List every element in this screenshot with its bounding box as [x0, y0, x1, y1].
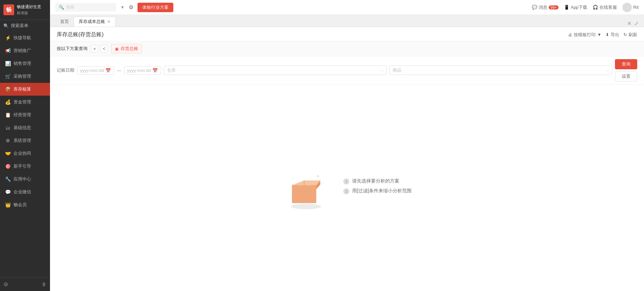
step-1-num: 1	[343, 178, 349, 185]
warehouse-more-btn[interactable]: ···	[380, 68, 384, 73]
sidebar: 畅 畅捷通好生意 标准版 🔍 搜索菜单 ⚡ 快捷导航 📢 营销推广 📊 销售管理…	[0, 0, 50, 291]
refresh-btn[interactable]: ↻ 刷新	[623, 32, 637, 38]
app-name: 畅捷通好生意	[17, 4, 41, 10]
right-action-btns: 查询 设置	[615, 59, 637, 81]
tab-panel-close-btn[interactable]: ✕	[627, 20, 631, 27]
product-more-btn[interactable]: ···	[605, 68, 609, 73]
system-icon: ⚙	[5, 138, 11, 143]
collapse-sidebar-btn[interactable]: ⏸	[41, 282, 47, 288]
svg-point-6	[317, 175, 319, 177]
tab-inventory-cost-label: 库存成本总账	[79, 19, 105, 25]
empty-illustration	[282, 164, 330, 212]
sidebar-item-marketing[interactable]: 📢 营销推广	[0, 44, 50, 57]
purchase-icon: 🛒	[5, 74, 11, 79]
sidebar-item-label: 经营管理	[14, 112, 31, 118]
empty-step-2-text: 用[过滤]条件来缩小分析范围	[352, 188, 412, 194]
empty-step-2: 2 用[过滤]条件来缩小分析范围	[343, 188, 412, 194]
sidebar-item-sales[interactable]: 📊 销售管理	[0, 57, 50, 70]
svg-marker-3	[292, 180, 320, 185]
date-separator: —	[117, 68, 121, 73]
tab-inventory-cost[interactable]: 库存成本总账 ✕	[74, 17, 116, 27]
sidebar-item-system[interactable]: ⚙ 系统管理	[0, 134, 50, 147]
phone-icon: 📱	[564, 5, 569, 10]
product-select[interactable]: 商品 ···	[390, 66, 613, 75]
settings-footer-btn[interactable]: ⚙	[3, 281, 8, 288]
search-box-placeholder: 搜索	[66, 4, 74, 10]
search-menu-label: 搜索菜单	[11, 23, 28, 29]
sidebar-item-inventory[interactable]: 📦 库存核算	[0, 83, 50, 96]
tab-home[interactable]: 首页	[55, 17, 74, 27]
sidebar-item-label: 资金管理	[14, 99, 31, 105]
sidebar-item-cooperation[interactable]: 🤝 企业协同	[0, 147, 50, 160]
sidebar-item-basic-info[interactable]: 🗂 基础信息	[0, 121, 50, 134]
filter-scheme-item[interactable]: ◉ 存货总账	[111, 44, 142, 53]
filter-collapse-btn[interactable]: <	[100, 45, 108, 52]
sales-icon: 📊	[5, 61, 11, 66]
headset-icon: 🎧	[593, 5, 598, 10]
svg-point-0	[291, 204, 321, 209]
warehouse-placeholder: 仓库	[167, 67, 176, 73]
sidebar-item-member[interactable]: 👑 畅会员	[0, 198, 50, 211]
svg-point-7	[292, 178, 293, 179]
empty-text: 1 请先选择要分析的方案 2 用[过滤]条件来缩小分析范围	[343, 178, 412, 198]
print-template-btn[interactable]: 🖨 按模板打印 ▼	[568, 32, 601, 38]
print-label: 按模板打印	[574, 32, 596, 38]
tab-close-area: ✕ ⤢	[624, 20, 639, 27]
scheme-name: 存货总账	[121, 46, 138, 52]
export-btn[interactable]: ⬇ 导出	[605, 32, 619, 38]
filter-bar: 按以下方案查询 + < ◉ 存货总账	[50, 41, 644, 56]
sidebar-item-label: 畅会员	[14, 202, 27, 208]
sidebar-item-label: 应用中心	[14, 176, 31, 182]
query-btn[interactable]: 查询	[615, 59, 637, 69]
sidebar-logo: 畅 畅捷通好生意 标准版	[0, 0, 50, 20]
empty-box-svg	[282, 164, 330, 212]
sidebar-item-purchase[interactable]: 🛒 采购管理	[0, 70, 50, 83]
sidebar-item-wechat[interactable]: 💬 企业微信	[0, 186, 50, 198]
sidebar-item-label: 销售管理	[14, 60, 31, 67]
online-service-btn[interactable]: 🎧 在线客服	[593, 4, 617, 10]
date-end-input[interactable]: yyyy-mm-dd 📅	[124, 66, 161, 75]
date-start-input[interactable]: yyyy-mm-dd 📅	[77, 66, 114, 75]
trial-industry-btn[interactable]: 体验行业方案	[138, 3, 173, 12]
page-header: 库存总账(存货总账) 🖨 按模板打印 ▼ ⬇ 导出 ↻ 刷新	[50, 27, 644, 41]
search-menu-btn[interactable]: 🔍 搜索菜单	[0, 20, 50, 31]
sidebar-item-newbie[interactable]: 🎯 新手引导	[0, 160, 50, 173]
sidebar-item-label: 企业微信	[14, 189, 31, 195]
sidebar-item-label: 基础信息	[14, 125, 31, 131]
app-version: 标准版	[17, 10, 41, 16]
sidebar-item-label: 快捷导航	[14, 35, 31, 41]
topbar: 🔍 搜索 ▼ ⚙ 体验行业方案 💬 消息 99+ 📱 App下载 🎧 在线客服 …	[50, 0, 644, 15]
filter-add-btn[interactable]: +	[91, 45, 98, 52]
sidebar-item-operations[interactable]: 📋 经营管理	[0, 108, 50, 121]
page-header-actions: 🖨 按模板打印 ▼ ⬇ 导出 ↻ 刷新	[568, 32, 637, 38]
messages-badge: 99+	[549, 5, 559, 9]
app-download-btn[interactable]: 📱 App下载	[564, 4, 587, 10]
sidebar-item-label: 新手引导	[14, 163, 31, 169]
finance-icon: 💰	[5, 99, 11, 105]
sidebar-item-label: 系统管理	[14, 138, 31, 144]
sidebar-item-label: 库存核算	[14, 86, 31, 92]
warehouse-select[interactable]: 仓库 ···	[164, 66, 387, 75]
topbar-search-box[interactable]: 🔍 搜索	[55, 3, 116, 11]
cooperation-icon: 🤝	[5, 151, 11, 156]
filter-settings-btn[interactable]: 设置	[615, 71, 637, 81]
step-2-num: 2	[343, 188, 349, 194]
topbar-dropdown-arrow[interactable]: ▼	[120, 5, 125, 10]
svg-point-8	[322, 182, 323, 184]
member-icon: 👑	[5, 202, 11, 208]
sidebar-item-label: 采购管理	[14, 73, 31, 79]
messages-btn[interactable]: 💬 消息 99+	[532, 4, 559, 10]
app-center-icon: 🔧	[5, 176, 11, 182]
export-label: 导出	[611, 32, 619, 38]
sidebar-item-app-center[interactable]: 🔧 应用中心	[0, 173, 50, 186]
warehouse-field: 仓库 ···	[164, 66, 387, 75]
user-name: Rit	[633, 5, 639, 10]
sidebar-item-finance[interactable]: 💰 资金管理	[0, 96, 50, 108]
sidebar-item-quick-nav[interactable]: ⚡ 快捷导航	[0, 31, 50, 44]
empty-state: 1 请先选择要分析的方案 2 用[过滤]条件来缩小分析范围	[50, 84, 644, 291]
tab-panel-resize-btn[interactable]: ⤢	[634, 20, 639, 27]
empty-step-1: 1 请先选择要分析的方案	[343, 178, 412, 185]
user-profile-btn[interactable]: Rit	[622, 3, 639, 12]
topbar-gear-icon[interactable]: ⚙	[129, 4, 133, 10]
tab-close-btn[interactable]: ✕	[107, 19, 110, 24]
